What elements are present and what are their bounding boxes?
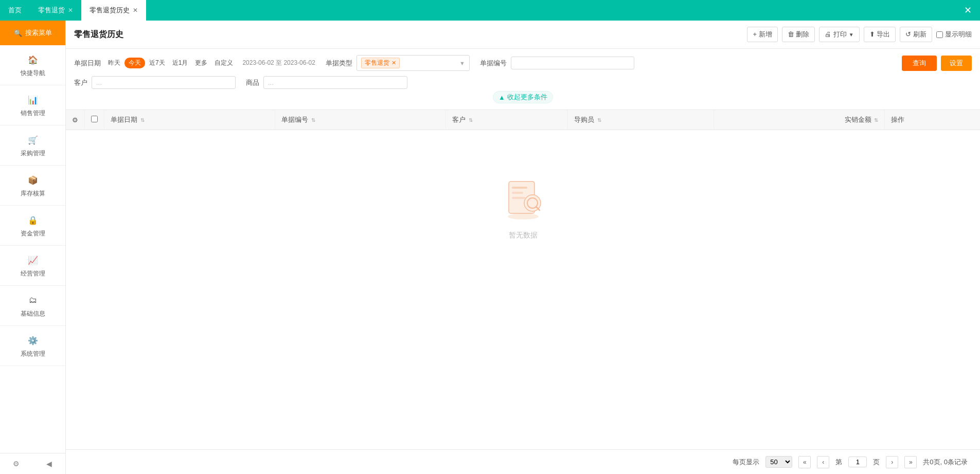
type-tag-close[interactable]: ✕	[391, 60, 396, 66]
filter-row-1: 单据日期 昨天 今天 近7天 近1月 更多 自定义 2023-06-02 至 2…	[74, 55, 972, 71]
page-last-button[interactable]: »	[904, 456, 917, 468]
type-select-arrow: ▼	[459, 60, 465, 66]
svg-rect-3	[512, 192, 523, 194]
sidebar: 🔍 搜索菜单 🏠 快捷导航 📊 销售管理 🛒 采购管理 📦 库存核算 🔒 资金管…	[0, 21, 66, 474]
tab-retail-return-history[interactable]: 零售退货历史 ✕	[81, 0, 146, 21]
empty-icon	[497, 171, 549, 223]
home-icon: 🏠	[26, 52, 40, 67]
sidebar-search[interactable]: 🔍 搜索菜单	[0, 21, 65, 45]
th-customer[interactable]: 客户 ⇅	[446, 110, 568, 130]
customer-input[interactable]	[92, 76, 236, 89]
th-actions: 操作	[885, 110, 980, 130]
sidebar-item-sales[interactable]: 📊 销售管理	[0, 85, 65, 125]
display-detail-checkbox[interactable]	[936, 31, 943, 38]
collapse-row: ▲ 收起更多条件	[74, 91, 972, 103]
pagination-bar: 每页显示 50 20 100 200 « ‹ 第 页 › » 共0页, 0条记录	[66, 449, 980, 474]
date-yesterday-button[interactable]: 昨天	[105, 58, 123, 68]
sidebar-item-operations[interactable]: 📈 经营管理	[0, 246, 65, 286]
collapse-filter-button[interactable]: ▲ 收起更多条件	[493, 91, 553, 103]
table-wrapper: ⚙ 单据日期 ⇅ 单据编号 ⇅	[66, 110, 980, 449]
number-input[interactable]	[511, 57, 634, 69]
content-area: 零售退货历史 + 新增 🗑 删除 🖨 打印 ▼ ⬆ 导出 ↺ 刷新 显示明细	[66, 21, 980, 474]
data-table: ⚙ 单据日期 ⇅ 单据编号 ⇅	[66, 110, 980, 130]
th-amount[interactable]: 实销金额 ⇅	[714, 110, 885, 130]
sidebar-item-quick-nav[interactable]: 🏠 快捷导航	[0, 45, 65, 85]
page-label: 第	[835, 458, 842, 467]
sidebar-item-basic-info[interactable]: 🗂 基础信息	[0, 286, 65, 326]
date-filter: 单据日期 昨天 今天 近7天 近1月 更多 自定义 2023-06-02 至 2…	[74, 58, 315, 68]
purchase-icon: 🛒	[26, 133, 40, 147]
total-label: 共0页, 0条记录	[923, 458, 968, 467]
svg-point-0	[508, 213, 539, 220]
date-7days-button[interactable]: 近7天	[146, 58, 168, 68]
refresh-button[interactable]: ↺ 刷新	[900, 27, 932, 42]
tab-list: 首页 零售退货 ✕ 零售退货历史 ✕	[0, 0, 146, 21]
print-button[interactable]: 🖨 打印 ▼	[819, 27, 860, 42]
top-bar: 首页 零售退货 ✕ 零售退货历史 ✕ ✕	[0, 0, 980, 21]
table-header-row: ⚙ 单据日期 ⇅ 单据编号 ⇅	[66, 110, 980, 130]
sidebar-item-inventory[interactable]: 📦 库存核算	[0, 166, 65, 206]
query-button[interactable]: 查询	[902, 56, 937, 71]
type-filter: 单据类型 零售退货 ✕ ▼	[326, 55, 470, 71]
collapse-icon: ▲	[498, 94, 505, 101]
svg-rect-4	[512, 197, 525, 199]
date-1month-button[interactable]: 近1月	[169, 58, 191, 68]
filter-row-2: 客户 商品	[74, 76, 972, 89]
th-checkbox[interactable]	[85, 110, 104, 130]
inventory-icon: 📦	[26, 173, 40, 187]
number-filter: 单据编号	[480, 57, 634, 69]
th-date[interactable]: 单据日期 ⇅	[104, 110, 275, 130]
sidebar-item-finance[interactable]: 🔒 资金管理	[0, 206, 65, 246]
settings-button[interactable]: 设置	[941, 56, 972, 71]
sidebar-item-system[interactable]: ⚙️ 系统管理	[0, 326, 65, 366]
sidebar-collapse-button[interactable]: ◀	[33, 453, 66, 474]
date-custom-button[interactable]: 自定义	[211, 58, 236, 68]
per-page-label: 每页显示	[733, 458, 759, 467]
per-page-select[interactable]: 50 20 100 200	[765, 456, 792, 468]
search-icon: 🔍	[14, 29, 22, 37]
page-next-button[interactable]: ›	[886, 456, 898, 468]
system-icon: ⚙️	[26, 333, 40, 348]
empty-state: 暂无数据	[66, 130, 980, 281]
sort-date-icon: ⇅	[140, 117, 145, 123]
goods-input[interactable]	[263, 76, 407, 89]
th-guide[interactable]: 导购员 ⇅	[567, 110, 714, 130]
page-first-button[interactable]: «	[798, 456, 811, 468]
display-detail-toggle[interactable]: 显示明细	[936, 30, 972, 39]
sales-icon: 📊	[26, 93, 40, 107]
date-more-button[interactable]: 更多	[192, 58, 210, 68]
title-toolbar-row: 零售退货历史 + 新增 🗑 删除 🖨 打印 ▼ ⬆ 导出 ↺ 刷新 显示明细	[74, 27, 972, 42]
tab-retail-return[interactable]: 零售退货 ✕	[30, 0, 81, 21]
th-number[interactable]: 单据编号 ⇅	[275, 110, 446, 130]
customer-filter: 客户	[74, 76, 236, 89]
print-dropdown-icon: ▼	[849, 32, 854, 38]
sidebar-item-purchase[interactable]: 🛒 采购管理	[0, 125, 65, 166]
svg-rect-2	[512, 187, 527, 189]
new-button[interactable]: + 新增	[747, 27, 777, 42]
content-body: ⚙ 单据日期 ⇅ 单据编号 ⇅	[66, 110, 980, 474]
page-prev-button[interactable]: ‹	[817, 456, 829, 468]
page-input[interactable]	[848, 457, 867, 467]
window-close-button[interactable]: ✕	[964, 5, 972, 16]
tab-retail-return-history-close[interactable]: ✕	[133, 7, 138, 14]
date-quick-buttons: 昨天 今天 近7天 近1月 更多 自定义	[105, 58, 236, 68]
type-tag: 零售退货 ✕	[361, 58, 400, 68]
type-select[interactable]: 零售退货 ✕ ▼	[357, 55, 470, 71]
sidebar-settings-button[interactable]: ⚙	[0, 453, 33, 474]
export-button[interactable]: ⬆ 导出	[864, 27, 896, 42]
sort-customer-icon: ⇅	[469, 117, 473, 123]
operations-icon: 📈	[26, 253, 40, 267]
th-settings[interactable]: ⚙	[66, 110, 85, 130]
empty-text: 暂无数据	[509, 231, 538, 240]
date-range-label: 2023-06-02 至 2023-06-02	[242, 59, 315, 67]
basic-info-icon: 🗂	[26, 293, 40, 307]
toolbar: + 新增 🗑 删除 🖨 打印 ▼ ⬆ 导出 ↺ 刷新 显示明细	[747, 27, 972, 42]
sort-guide-icon: ⇅	[597, 117, 601, 123]
select-all-checkbox[interactable]	[91, 116, 98, 122]
tab-home[interactable]: 首页	[0, 0, 30, 21]
tab-retail-return-close[interactable]: ✕	[68, 7, 73, 14]
finance-icon: 🔒	[26, 213, 40, 227]
main-layout: 🔍 搜索菜单 🏠 快捷导航 📊 销售管理 🛒 采购管理 📦 库存核算 🔒 资金管…	[0, 21, 980, 474]
delete-button[interactable]: 🗑 删除	[782, 27, 815, 42]
date-today-button[interactable]: 今天	[124, 58, 145, 68]
